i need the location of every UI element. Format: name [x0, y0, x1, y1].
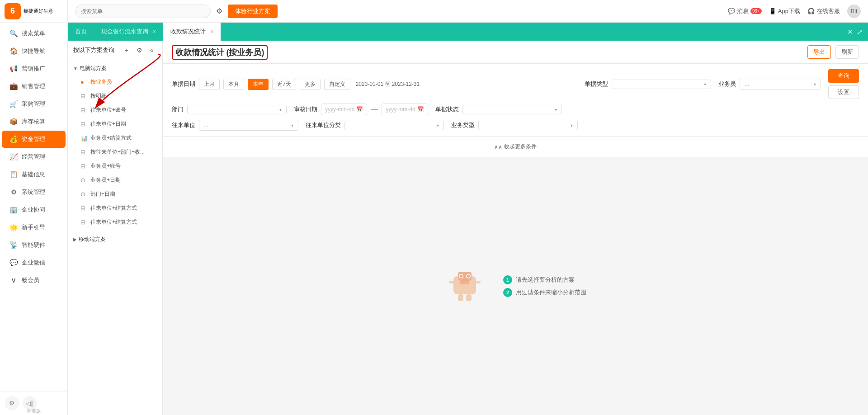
sidebar-item-member[interactable]: V 畅会员: [2, 272, 66, 289]
sidebar-item-purchase[interactable]: 🛒 采购管理: [2, 95, 66, 113]
scheme-group-desktop-title[interactable]: ▼ 电脑端方案: [68, 62, 162, 75]
biz-type-chevron-icon: ▾: [571, 123, 573, 128]
online-service-btn[interactable]: 🎧 在线客服: [807, 7, 840, 15]
message-btn[interactable]: 💬 消息 99+: [728, 7, 762, 15]
date-btn-this-year[interactable]: 本年: [248, 79, 269, 90]
home-icon: 🏠: [9, 47, 18, 55]
sidebar-item-operations[interactable]: 📈 经营管理: [2, 148, 66, 165]
scheme-group-mobile-title[interactable]: ▶ 移动端方案: [68, 233, 162, 246]
tab-home[interactable]: 首页: [68, 23, 94, 41]
scheme-item-partner-settlement[interactable]: ⊞ 往来单位+结算方式: [68, 201, 162, 215]
scheme-item-by-detail[interactable]: ⊞ 按明细: [68, 89, 162, 103]
scheme-collapse-btn[interactable]: «: [147, 45, 157, 55]
sidebar-item-enterprise[interactable]: 🏢 企业协同: [2, 201, 66, 218]
date-btn-last-month[interactable]: 上月: [199, 79, 220, 90]
gear-icon[interactable]: ⚙: [216, 7, 222, 15]
online-service-label: 在线客服: [816, 7, 840, 15]
app-download-btn[interactable]: 📱 App下载: [769, 7, 800, 15]
biz-type-select[interactable]: ▾: [478, 121, 578, 130]
scheme-item-partner-dept[interactable]: ⊞ 按往来单位+部门+收...: [68, 145, 162, 159]
scheme-item-partner-account[interactable]: ⊞ 往来单位+账号: [68, 103, 162, 117]
refresh-btn[interactable]: 刷新: [835, 45, 859, 59]
partner-select[interactable]: ... ▾: [199, 120, 298, 131]
date-btn-more[interactable]: 更多: [300, 79, 321, 90]
doc-type-select[interactable]: ▾: [612, 80, 711, 89]
topbar: ⚙ 体验行业方案 💬 消息 99+ 📱 App下载 🎧 在线客服 Rit: [68, 0, 868, 23]
scheme-add-btn[interactable]: +: [122, 45, 132, 55]
scheme-settings-btn[interactable]: ⚙: [134, 45, 144, 55]
topbar-actions: 💬 消息 99+ 📱 App下载 🎧 在线客服 Rit: [728, 5, 861, 18]
collapse-more-btn[interactable]: ∧∧ 收起更多条件: [491, 139, 540, 154]
search-input[interactable]: [75, 5, 211, 18]
sidebar-item-label: 销售管理: [22, 82, 45, 90]
date-btn-this-month[interactable]: 本月: [223, 79, 244, 90]
sidebar-item-system[interactable]: ⚙ 系统管理: [2, 184, 66, 201]
sidebar-item-label: 采购管理: [22, 100, 45, 108]
page-header: 收款情况统计 (按业务员) 导出 刷新: [163, 41, 868, 64]
filter-dept-group: 部门 ▾: [172, 105, 287, 114]
sidebar-item-sales[interactable]: 💼 销售管理: [2, 78, 66, 95]
scheme-item-partner-date[interactable]: ⊞ 往来单位+日期: [68, 117, 162, 131]
settings-btn[interactable]: 设置: [828, 85, 859, 99]
avatar: Rit: [847, 5, 861, 18]
step-1-num: 1: [503, 275, 512, 284]
partner-cat-label: 往来单位分类: [306, 121, 341, 129]
scheme-item-by-salesman[interactable]: ● 按业务员: [68, 75, 162, 89]
query-btn[interactable]: 查询: [828, 69, 859, 83]
page-title-row: 收款情况统计 (按业务员): [172, 45, 859, 60]
page-header-actions: 导出 刷新: [807, 45, 859, 59]
salesman-select[interactable]: ... ▾: [740, 79, 821, 90]
user-avatar[interactable]: Rit: [847, 5, 861, 18]
tab-bank-flow[interactable]: 现金银行流水查询 ×: [94, 23, 163, 41]
partner-dept-icon: ⊞: [80, 149, 88, 156]
main-area: ⚙ 体验行业方案 💬 消息 99+ 📱 App下载 🎧 在线客服 Rit: [68, 0, 868, 415]
tab-collection-stat[interactable]: 收款情况统计 ×: [163, 23, 221, 41]
tab-close-collection-stat[interactable]: ×: [210, 28, 213, 35]
message-icon: 💬: [728, 8, 735, 14]
dept-chevron-icon: ▾: [279, 107, 282, 112]
scheme-item-label: 按业务员: [90, 78, 112, 86]
close-all-btn[interactable]: ✕: [847, 28, 853, 36]
sidebar-item-finance[interactable]: 💰 资金管理: [2, 131, 66, 148]
audit-date-to[interactable]: yyyy-mm-dd 📅: [382, 104, 428, 115]
sidebar-item-guide[interactable]: 🌟 新手引导: [2, 219, 66, 236]
doc-status-select[interactable]: ▾: [462, 105, 562, 114]
scheme-item-salesman-settlement[interactable]: 📊 业务员+结算方式: [68, 131, 162, 145]
fullscreen-btn[interactable]: ⤢: [857, 28, 863, 36]
audit-date-from[interactable]: yyyy-mm-dd 📅: [321, 104, 367, 115]
sidebar-item-wechat[interactable]: 💬 企业微信: [2, 254, 66, 271]
scheme-item-salesman-account[interactable]: ⊞ 业务员+账号: [68, 159, 162, 173]
edition-label: 标准版: [27, 408, 41, 414]
scheme-panel: 按以下方案查询 + ⚙ « ▼ 电脑端方案 ● 按业务员 ⊞ 按明细: [68, 41, 163, 415]
calendar2-icon: 📅: [417, 106, 424, 113]
date-btn-7days[interactable]: 近7天: [272, 79, 296, 90]
dept-select[interactable]: ▾: [187, 105, 287, 114]
trial-btn[interactable]: 体验行业方案: [228, 5, 278, 18]
sidebar-item-inventory[interactable]: 📦 库存核算: [2, 113, 66, 130]
collapse-section: ∧∧ 收起更多条件: [163, 137, 868, 157]
settings-btn[interactable]: ⚙: [5, 396, 19, 410]
export-btn[interactable]: 导出: [807, 45, 831, 59]
sidebar-item-smart-hw[interactable]: 📡 智能硬件: [2, 236, 66, 254]
scheme-title: 按以下方案查询: [73, 46, 119, 54]
scheme-item-label: 往来单位+结算方式: [90, 218, 137, 226]
smart-hw-icon: 📡: [9, 241, 18, 249]
date-dash: —: [371, 105, 378, 113]
empty-step-2: 2 用过滤条件来缩小分析范围: [503, 288, 586, 297]
sidebar-item-marketing[interactable]: 📢 营销推广: [2, 60, 66, 77]
robot-illustration: [444, 265, 485, 307]
scheme-item-salesman-date[interactable]: ⊙ 业务员+日期: [68, 173, 162, 187]
scheme-item-partner-settlement2[interactable]: ⊞ 往来单位+结算方式: [68, 215, 162, 229]
date-btn-custom[interactable]: 自定义: [324, 79, 350, 90]
filter-salesman-group: 业务员 ... ▾: [718, 79, 821, 90]
scheme-item-label: 按往来单位+部门+收...: [90, 148, 145, 156]
scheme-item-label: 往来单位+账号: [90, 106, 126, 114]
system-icon: ⚙: [9, 188, 18, 196]
partner-cat-select[interactable]: ▾: [344, 121, 444, 130]
sidebar-item-basic-info[interactable]: 📋 基础信息: [2, 166, 66, 183]
scheme-item-dept-date[interactable]: ⊙ 部门+日期: [68, 187, 162, 201]
tab-close-bank-flow[interactable]: ×: [153, 28, 156, 35]
sidebar-item-quick-nav[interactable]: 🏠 快捷导航: [2, 42, 66, 60]
sidebar-item-search[interactable]: 🔍 搜索菜单: [2, 25, 66, 42]
finance-icon: 💰: [9, 135, 18, 143]
